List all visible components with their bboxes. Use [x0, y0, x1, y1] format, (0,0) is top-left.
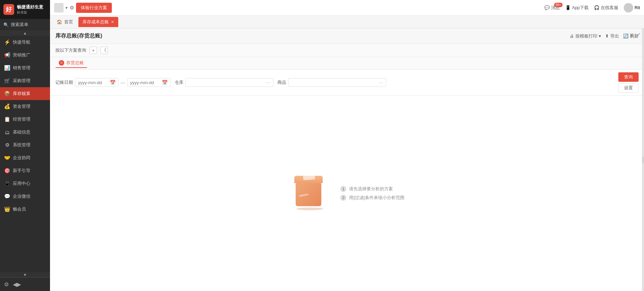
page-close-btn[interactable]: ✕: [629, 32, 634, 38]
product-label: 商品: [277, 79, 286, 86]
logo-icon: 好: [3, 4, 14, 15]
topbar-right: 💬 消息 99+ 📱 App下载 🎧 在线客服 Rit: [544, 3, 640, 13]
tabs-bar: 🏠 首页 库存成本总账 ✕: [50, 16, 644, 28]
home-icon: 🏠: [57, 19, 62, 24]
warehouse-select[interactable]: ···: [185, 78, 273, 87]
topbar-left: ▾ ⚙ 体验行业方案: [54, 3, 542, 13]
date-separator: —: [121, 80, 125, 85]
resize-handle[interactable]: [642, 28, 644, 291]
filter-collapse-btn[interactable]: 《: [100, 47, 108, 54]
topbar-dropdown-arrow[interactable]: ▾: [66, 5, 68, 10]
system-icon: ⚙: [4, 142, 10, 148]
query-btn[interactable]: 查询: [618, 72, 639, 82]
empty-hint-2: 2 用[过滤]条件来缩小分析范围: [340, 195, 404, 201]
app-download-btn[interactable]: 📱 App下载: [565, 5, 589, 11]
sidebar-item-sales[interactable]: 📊 销售管理: [0, 62, 50, 74]
settings-icon[interactable]: ⚙: [4, 281, 9, 288]
tab-inventory-cost-label: 库存成本总账: [82, 19, 109, 25]
service-btn[interactable]: 🎧 在线客服: [594, 5, 618, 11]
topbar: ▾ ⚙ 体验行业方案 💬 消息 99+ 📱 App下载 🎧 在线客服 Rit: [50, 0, 644, 16]
export-btn[interactable]: ⬆ 导出: [605, 33, 619, 39]
user-name: Rit: [635, 5, 640, 10]
warehouse-label: 仓库: [175, 79, 183, 86]
sidebar-item-appstore[interactable]: 📱 应用中心: [0, 177, 50, 190]
calendar-end-icon: 📅: [162, 80, 168, 85]
scroll-down-icon[interactable]: ▼: [23, 273, 27, 277]
sidebar-item-label: 新手引导: [13, 168, 30, 174]
phone-icon: 📱: [565, 5, 571, 10]
sidebar-item-purchase[interactable]: 🛒 采购管理: [0, 74, 50, 87]
member-icon: 👑: [4, 206, 10, 212]
date-label: 记账日期: [55, 79, 73, 86]
sidebar-item-operation[interactable]: 📋 经营管理: [0, 113, 50, 126]
industry-btn[interactable]: 体验行业方案: [76, 3, 112, 13]
newbie-icon: 🎯: [4, 168, 10, 174]
action-btns: 查询 设置: [618, 72, 639, 93]
print-dropdown-icon: ▾: [599, 33, 601, 39]
page-header: 库存总账(存货总账) 🖨 按模板打印 ▾ ⬆ 导出 🔄 刷新 ✕ ⤢: [50, 28, 644, 44]
empty-illustration: [290, 173, 330, 214]
sidebar: 好 畅捷通好生意 标准版 🔍 搜索菜单 ▲ ⚡ 快捷导航 📢 营销推广 📊 销售…: [0, 0, 50, 291]
appstore-icon: 📱: [4, 180, 10, 187]
settings-btn[interactable]: 设置: [618, 83, 639, 93]
print-btn[interactable]: 🖨 按模板打印 ▾: [570, 33, 601, 39]
date-start-input[interactable]: 📅: [75, 78, 119, 87]
sidebar-item-basic[interactable]: 🗂 基础信息: [0, 126, 50, 139]
export-icon: ⬆: [605, 33, 609, 39]
sidebar-item-finance[interactable]: 💰 资金管理: [0, 100, 50, 113]
headset-icon: 🎧: [594, 5, 599, 10]
date-start-field[interactable]: [78, 80, 108, 85]
sidebar-item-enterprise[interactable]: 🤝 企业协同: [0, 151, 50, 164]
product-more-icon: ···: [379, 80, 383, 85]
warehouse-more-icon: ···: [266, 80, 270, 85]
msg-icon: 💬: [544, 5, 550, 10]
tab-inventory-cost[interactable]: 库存成本总账 ✕: [78, 17, 118, 27]
service-label: 在线客服: [601, 5, 618, 11]
topbar-avatar: [54, 3, 64, 13]
tab-close-icon[interactable]: ✕: [111, 20, 114, 24]
tab-home-label: 首页: [64, 19, 73, 25]
tab-home[interactable]: 🏠 首页: [53, 17, 77, 27]
marketing-icon: 📢: [4, 52, 10, 58]
sidebar-item-system[interactable]: ⚙ 系统管理: [0, 139, 50, 151]
empty-hint-1: 1 请先选择要分析的方案: [340, 186, 404, 192]
sidebar-item-label: 销售管理: [13, 65, 30, 71]
sales-icon: 📊: [4, 65, 10, 71]
date-end-field[interactable]: [130, 80, 160, 85]
purchase-icon: 🛒: [4, 78, 10, 84]
scroll-up-icon[interactable]: ▲: [23, 31, 27, 35]
sidebar-item-shortcut[interactable]: ⚡ 快捷导航: [0, 36, 50, 49]
msg-btn[interactable]: 💬 消息 99+: [544, 5, 560, 11]
sidebar-item-label: 库存核算: [13, 91, 30, 97]
filter-add-btn[interactable]: +: [90, 47, 97, 54]
user-menu[interactable]: Rit: [624, 3, 640, 13]
page-title: 库存总账(存货总账): [55, 32, 102, 40]
scheme-item-cuhezh[interactable]: © 存货总账: [55, 58, 87, 68]
sidebar-item-wechat[interactable]: 💬 企业微信: [0, 190, 50, 203]
hint-num-2: 2: [340, 195, 346, 201]
sidebar-item-label: 快捷导航: [13, 39, 30, 45]
print-icon: 🖨: [570, 33, 574, 39]
page-expand-btn[interactable]: ⤢: [637, 32, 641, 37]
filter-inputs: 记账日期 📅 — 📅 仓库 ··· 商品: [50, 70, 644, 96]
hint-num-1: 1: [340, 186, 346, 192]
sidebar-item-label: 采购管理: [13, 78, 30, 84]
date-group: 记账日期 📅 — 📅: [55, 78, 171, 87]
page-content: 库存总账(存货总账) 🖨 按模板打印 ▾ ⬆ 导出 🔄 刷新 ✕ ⤢: [50, 28, 644, 291]
wechat-icon: 💬: [4, 193, 10, 199]
date-end-input[interactable]: 📅: [127, 78, 171, 87]
filter-label: 按以下方案查询: [55, 47, 86, 53]
sidebar-item-marketing[interactable]: 📢 营销推广: [0, 49, 50, 62]
sidebar-item-member[interactable]: 👑 畅会员: [0, 203, 50, 216]
topbar-gear-icon[interactable]: ⚙: [70, 5, 74, 11]
sidebar-item-newbie[interactable]: 🎯 新手引导: [0, 164, 50, 177]
inventory-icon: 📦: [4, 91, 10, 97]
app-label: App下载: [572, 5, 589, 11]
app-logo: 好 畅捷通好生意 标准版: [0, 0, 50, 19]
empty-text: 1 请先选择要分析的方案 2 用[过滤]条件来缩小分析范围: [340, 186, 404, 201]
product-select[interactable]: ···: [288, 78, 386, 87]
collapse-icon[interactable]: ◀▶: [13, 281, 21, 288]
search-menu[interactable]: 🔍 搜索菜单: [0, 19, 50, 30]
sidebar-item-inventory[interactable]: 📦 库存核算: [0, 87, 50, 100]
sidebar-item-label: 畅会员: [13, 206, 26, 212]
